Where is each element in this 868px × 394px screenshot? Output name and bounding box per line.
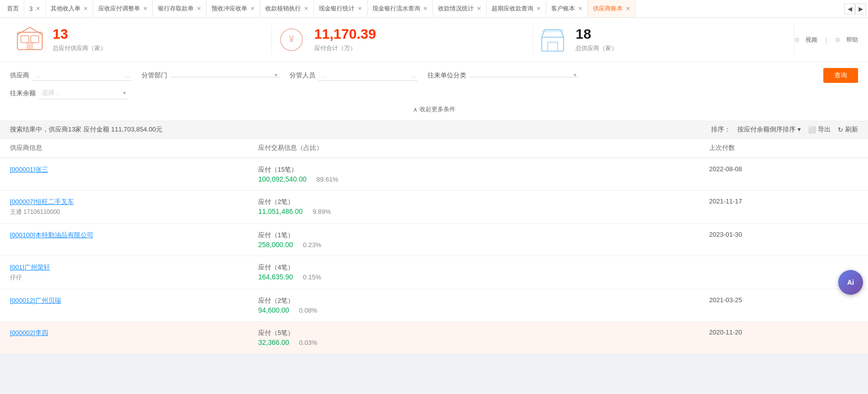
filter-area: 供应商 ... ... 分管部门 ▾ 分管人员 ... ... 往来单位分类 ▾ bbox=[0, 62, 868, 121]
close-icon[interactable]: ✕ bbox=[83, 5, 88, 12]
summary-card-total-suppliers: 18 总供应商（家） bbox=[533, 25, 795, 55]
unit-type-filter-input[interactable]: ▾ bbox=[469, 74, 579, 77]
refresh-button[interactable]: ↻ 刷新 bbox=[838, 125, 858, 134]
nav-tab-bank-deposit[interactable]: 银行存取款单 ✕ bbox=[153, 0, 207, 18]
close-icon[interactable]: ✕ bbox=[423, 5, 428, 12]
ai-assistant-button[interactable]: Ai bbox=[838, 270, 863, 295]
supplier-info-cell: [001]广州荣轩 仔仔 bbox=[10, 263, 258, 282]
tx-label: 应付（5笔） bbox=[258, 328, 709, 337]
tx-amount[interactable]: 164,635.90 bbox=[258, 273, 293, 281]
chevron-down-icon-3: ▾ bbox=[123, 90, 126, 96]
tx-label: 应付（2笔） bbox=[258, 197, 709, 206]
nav-next-button[interactable]: ▶ bbox=[855, 3, 866, 14]
shop-icon bbox=[538, 25, 568, 55]
tx-amount-row: 11,051,486.00 9.89% bbox=[258, 206, 709, 215]
svg-rect-3 bbox=[26, 42, 33, 50]
tx-amount[interactable]: 100,092,540.00 bbox=[258, 175, 306, 183]
nav-tab-home[interactable]: 首页 bbox=[2, 0, 24, 18]
tx-info-cell: 应付（4笔） 164,635.90 0.15% bbox=[258, 263, 709, 281]
dept-filter-input[interactable]: ▾ bbox=[170, 74, 280, 77]
nav-tab-customer-ledger[interactable]: 客户账本 ✕ bbox=[546, 0, 588, 18]
dept-filter: 分管部门 ▾ bbox=[142, 71, 280, 80]
top-nav: 首页 3 ✕ 其他收入单 ✕ 应收应付调整单 ✕ 银行存取款单 ✕ 预收冲应收单… bbox=[0, 0, 868, 18]
tx-amount[interactable]: 32,366.00 bbox=[258, 338, 289, 346]
help-link[interactable]: 帮助 bbox=[846, 36, 858, 44]
close-icon[interactable]: ✕ bbox=[304, 5, 308, 12]
svg-rect-2 bbox=[31, 36, 39, 43]
tx-percent: 0.15% bbox=[303, 273, 321, 281]
supplier-link[interactable]: [000012]广州贝瑞 bbox=[10, 296, 258, 305]
supplier-link[interactable]: [000002]李四 bbox=[10, 328, 258, 337]
nav-tab-receipt-exec[interactable]: 收款核销执行 ✕ bbox=[260, 0, 314, 18]
tx-percent: 0.08% bbox=[299, 307, 317, 314]
sort-chevron-icon: ▾ bbox=[797, 126, 801, 133]
nav-tab-ar-ap-adjust[interactable]: 应收应付调整单 ✕ bbox=[93, 0, 153, 18]
tx-amount[interactable]: 94,600.00 bbox=[258, 306, 289, 314]
nav-tab-cash-bank-query[interactable]: 现金银行流水查询 ✕ bbox=[367, 0, 433, 18]
supplier-link[interactable]: [000100]本特勤油品有限公司 bbox=[10, 231, 258, 240]
result-bar: 搜索结果中，供应商13家 应付金额 111,703,854.00元 排序： 按应… bbox=[0, 121, 868, 138]
filter-row-1: 供应商 ... ... 分管部门 ▾ 分管人员 ... ... 往来单位分类 ▾ bbox=[10, 68, 858, 83]
nav-tab-other-income[interactable]: 其他收入单 ✕ bbox=[46, 0, 93, 18]
nav-tab-cash-bank-stat[interactable]: 现金银行统计 ✕ bbox=[314, 0, 367, 18]
close-icon[interactable]: ✕ bbox=[197, 5, 201, 12]
query-button[interactable]: 查询 bbox=[823, 68, 858, 83]
col-tx-info: 应付交易信息（占比） bbox=[258, 143, 709, 152]
close-icon[interactable]: ✕ bbox=[250, 5, 255, 12]
person-filter-input[interactable]: ... ... bbox=[318, 70, 418, 81]
table-row: [000001]张三 应付（15笔） 100,092,540.00 89.61%… bbox=[0, 158, 868, 191]
tx-info-cell: 应付（2笔） 11,051,486.00 9.89% bbox=[258, 197, 709, 215]
supplier-link[interactable]: [001]广州荣轩 bbox=[10, 263, 258, 272]
tx-amount[interactable]: 258,000.00 bbox=[258, 241, 293, 249]
last-pay-cell: 2020-11-20 bbox=[709, 328, 858, 336]
tx-amount-row: 100,092,540.00 89.61% bbox=[258, 174, 709, 183]
refresh-icon: ↻ bbox=[838, 126, 843, 133]
tx-amount-row: 32,366.00 0.03% bbox=[258, 337, 709, 346]
export-button[interactable]: ⬜ 导出 bbox=[808, 125, 831, 134]
nav-scroll-arrows: ◀ ▶ bbox=[844, 3, 866, 14]
balance-filter-label: 往来余额 bbox=[10, 89, 36, 98]
sort-value[interactable]: 按应付余额倒序排序 ▾ bbox=[737, 125, 801, 134]
balance-filter: 往来余额 选择... ▾ bbox=[10, 87, 128, 99]
svg-text:¥: ¥ bbox=[289, 34, 294, 44]
close-icon[interactable]: ✕ bbox=[536, 5, 541, 12]
table-row: [000007]恒旺二手叉车 王通 17106110000 应付（2笔） 11,… bbox=[0, 191, 868, 224]
export-icon: ⬜ bbox=[808, 126, 816, 133]
tx-amount-row: 94,600.00 0.08% bbox=[258, 305, 709, 314]
supplier-filter-input[interactable]: ... ... bbox=[32, 70, 132, 81]
nav-tab-supplier-ledger[interactable]: 供应商账本 ✕ bbox=[588, 0, 636, 18]
tx-amount[interactable]: 11,051,486.00 bbox=[258, 207, 303, 215]
circle-icon: ⊙ bbox=[795, 36, 799, 43]
help-links: ⊙ 视频 ｜ ⊙ 帮助 bbox=[795, 36, 858, 44]
last-pay-cell: 2021-03-25 bbox=[709, 296, 858, 304]
balance-filter-input[interactable]: 选择... ▾ bbox=[39, 87, 128, 99]
supplier-link[interactable]: [000001]张三 bbox=[10, 165, 258, 174]
tx-amount-row: 258,000.00 0.23% bbox=[258, 240, 709, 249]
col-supplier-info: 供应商信息 bbox=[10, 143, 258, 152]
nav-tab-overdue-ar[interactable]: 超期应收款查询 ✕ bbox=[487, 0, 546, 18]
close-icon[interactable]: ✕ bbox=[477, 5, 481, 12]
supplier-link[interactable]: [000007]恒旺二手叉车 bbox=[10, 197, 258, 206]
last-pay-date: 2021-11-17 bbox=[709, 197, 742, 205]
nav-tab-receipt-stat[interactable]: 收款情况统计 ✕ bbox=[433, 0, 487, 18]
nav-prev-button[interactable]: ◀ bbox=[844, 3, 855, 14]
video-link[interactable]: 视频 bbox=[805, 36, 817, 44]
col-last-pay: 上次付数 bbox=[709, 143, 858, 152]
tx-percent: 9.89% bbox=[313, 208, 331, 215]
result-actions: 排序： 按应付余额倒序排序 ▾ ⬜ 导出 ↻ 刷新 bbox=[711, 125, 858, 134]
close-icon[interactable]: ✕ bbox=[578, 5, 582, 12]
last-pay-cell: 2021-11-17 bbox=[709, 197, 858, 205]
close-icon[interactable]: ✕ bbox=[626, 5, 630, 12]
nav-tab-prepay-ar[interactable]: 预收冲应收单 ✕ bbox=[207, 0, 260, 18]
person-filter-label: 分管人员 bbox=[289, 71, 315, 80]
close-icon[interactable]: ✕ bbox=[143, 5, 147, 12]
collapse-button[interactable]: ∧ 收起更多条件 bbox=[10, 103, 858, 117]
close-icon[interactable]: ✕ bbox=[358, 5, 362, 12]
person-placeholder: ... bbox=[321, 71, 327, 79]
money-icon: ¥ bbox=[277, 25, 306, 55]
close-icon[interactable]: ✕ bbox=[36, 5, 40, 12]
nav-tab-3[interactable]: 3 ✕ bbox=[24, 0, 46, 18]
svg-rect-6 bbox=[542, 37, 564, 51]
tx-info-cell: 应付（15笔） 100,092,540.00 89.61% bbox=[258, 165, 709, 183]
supplier-count-value: 13 bbox=[53, 27, 106, 42]
